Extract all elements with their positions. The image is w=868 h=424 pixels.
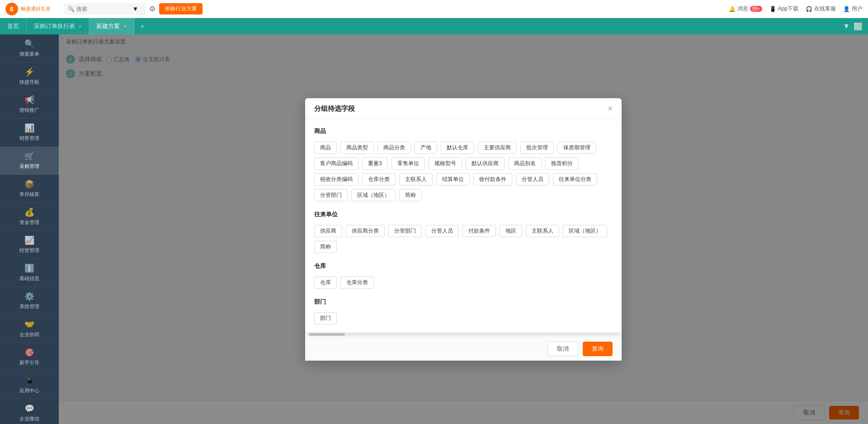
tab-home-label: 首页 xyxy=(7,22,19,30)
field-tag-product-11[interactable]: 规格型号 xyxy=(429,157,462,170)
sidebar-item-finance[interactable]: 💰 资金管理 xyxy=(0,203,59,231)
field-tag-product-15[interactable]: 税收分类编码 xyxy=(314,173,359,186)
tab-purchase-exec[interactable]: 采购订单执行表 × xyxy=(27,18,89,34)
tab-purchase-exec-close[interactable]: × xyxy=(79,24,81,29)
tab-home[interactable]: 首页 xyxy=(0,18,27,34)
top-header: 6 畅捷通好生意 🔍 ▼ ⚙ 体验行业方案 🔔 消息 99+ 📱 App下载 🎧… xyxy=(0,0,868,18)
field-tag-product-4[interactable]: 默认仓库 xyxy=(441,142,474,154)
inventory-icon: 📦 xyxy=(24,179,34,189)
field-tag-product-9[interactable]: 重量3 xyxy=(362,157,388,170)
field-tag-product-6[interactable]: 批次管理 xyxy=(520,142,554,154)
sidebar-item-search[interactable]: 🔍 搜索菜单 xyxy=(0,34,59,62)
field-tag-product-13[interactable]: 商品别名 xyxy=(508,157,542,170)
message-icon: 🔔 xyxy=(729,6,736,12)
modal-cancel-btn[interactable]: 取消 xyxy=(547,342,578,356)
sidebar-item-system-label: 系统管理 xyxy=(19,303,39,310)
field-tag-warehouse-0[interactable]: 仓库 xyxy=(314,276,337,289)
message-label: 消息 xyxy=(737,5,748,13)
tab-new-plan[interactable]: 新建方案 × xyxy=(89,18,134,34)
sidebar-item-inventory[interactable]: 📦 库存核算 xyxy=(0,175,59,203)
finance-icon: 💰 xyxy=(24,207,34,217)
app-icon: 📱 xyxy=(769,6,776,12)
sidebar-item-quicknav[interactable]: ⚡ 快捷导航 xyxy=(0,62,59,91)
experience-btn[interactable]: 体验行业方案 xyxy=(159,3,203,14)
nav-collapse-icon[interactable]: ▼ xyxy=(843,22,850,30)
field-tag-partner-6[interactable]: 主联系人 xyxy=(526,225,559,237)
field-tag-partner-7[interactable]: 区域（地区） xyxy=(563,225,607,237)
sidebar-item-appstore[interactable]: 📱 应用中心 xyxy=(0,371,59,399)
field-tag-product-21[interactable]: 往来单位分类 xyxy=(553,173,597,186)
sidebar-item-collab-label: 企业协同 xyxy=(19,331,39,338)
field-tag-product-7[interactable]: 保质期管理 xyxy=(557,142,596,154)
modal-scrollbar[interactable] xyxy=(305,332,622,337)
modal-dialog: 分组待选字段 × 商品 商品 商品类型 商品分类 产地 默认仓库 主要供应商 xyxy=(305,98,622,361)
sidebar-item-operations[interactable]: 📈 经营管理 xyxy=(0,231,59,259)
field-tag-partner-1[interactable]: 供应商分类 xyxy=(346,225,385,237)
sidebar-item-system[interactable]: ⚙️ 系统管理 xyxy=(0,287,59,315)
tab-purchase-exec-label: 采购订单执行表 xyxy=(34,22,75,30)
sidebar-item-purchase[interactable]: 🛒 采购管理 xyxy=(0,147,59,175)
purchase-icon: 🛒 xyxy=(24,151,34,161)
field-tag-partner-3[interactable]: 分管人员 xyxy=(425,225,459,237)
modal-confirm-btn[interactable]: 查询 xyxy=(583,342,613,356)
field-tag-product-19[interactable]: 收付款条件 xyxy=(473,173,512,186)
header-right: 🔔 消息 99+ 📱 App下载 🎧 在线客服 👤 用户 xyxy=(729,5,863,13)
field-tag-product-12[interactable]: 默认供应商 xyxy=(466,157,505,170)
appstore-icon: 📱 xyxy=(24,376,34,386)
sidebar-item-guide[interactable]: 🎯 新手引导 xyxy=(0,343,59,371)
sidebar-item-basic-info[interactable]: ℹ️ 基础信息 xyxy=(0,259,59,287)
field-tag-product-2[interactable]: 商品分类 xyxy=(377,142,411,154)
settings-icon[interactable]: ⚙ xyxy=(149,5,156,13)
tab-new-plan-close[interactable]: × xyxy=(123,24,126,29)
sidebar-item-quicknav-label: 快捷导航 xyxy=(19,79,39,86)
field-tag-warehouse-1[interactable]: 仓库分类 xyxy=(340,276,374,289)
message-area[interactable]: 🔔 消息 99+ xyxy=(729,5,762,13)
field-tag-product-20[interactable]: 分管人员 xyxy=(516,173,549,186)
sidebar-item-sales-label: 销售管理 xyxy=(19,135,39,142)
field-tag-product-16[interactable]: 仓库分类 xyxy=(362,173,396,186)
section-department-title: 部门 xyxy=(314,298,613,308)
collab-icon: 🤝 xyxy=(24,319,34,329)
modal-overlay: 分组待选字段 × 商品 商品 商品类型 商品分类 产地 默认仓库 主要供应商 xyxy=(59,34,868,424)
nav-expand-icon[interactable]: ⬜ xyxy=(854,22,863,31)
field-tag-product-10[interactable]: 零售单位 xyxy=(392,157,425,170)
field-tag-partner-2[interactable]: 分管部门 xyxy=(388,225,422,237)
field-tag-product-8[interactable]: 客户商品编码 xyxy=(314,157,359,170)
field-tag-product-0[interactable]: 商品 xyxy=(314,142,337,154)
modal-title: 分组待选字段 xyxy=(314,105,355,113)
field-tag-product-17[interactable]: 主联系人 xyxy=(399,173,433,186)
field-tag-product-3[interactable]: 产地 xyxy=(415,142,437,154)
online-service-area[interactable]: 🎧 在线客服 xyxy=(806,5,836,13)
sidebar-item-operations-label: 经营管理 xyxy=(19,247,39,254)
field-tag-product-14[interactable]: 拣货积分 xyxy=(545,157,579,170)
field-tag-dept-0[interactable]: 部门 xyxy=(314,312,337,324)
field-tag-product-24[interactable]: 简称 xyxy=(399,189,422,201)
sidebar-item-sales[interactable]: 📊 销售管理 xyxy=(0,119,59,147)
app-download-area[interactable]: 📱 App下载 xyxy=(769,5,798,13)
product-field-tags: 商品 商品类型 商品分类 产地 默认仓库 主要供应商 批次管理 保质期管理 客户… xyxy=(314,142,613,201)
user-area[interactable]: 👤 用户 xyxy=(843,5,863,13)
search-box[interactable]: 🔍 ▼ xyxy=(64,3,146,15)
message-badge: 99+ xyxy=(750,6,762,12)
wechat-icon: 💬 xyxy=(24,404,34,414)
field-tag-partner-8[interactable]: 简称 xyxy=(314,241,337,253)
modal-body[interactable]: 商品 商品 商品类型 商品分类 产地 默认仓库 主要供应商 批次管理 保质期管理… xyxy=(305,120,622,332)
field-tag-product-23[interactable]: 区域（地区） xyxy=(351,189,396,201)
field-tag-partner-5[interactable]: 地区 xyxy=(500,225,522,237)
field-tag-product-1[interactable]: 商品类型 xyxy=(340,142,374,154)
field-tag-partner-0[interactable]: 供应商 xyxy=(314,225,342,237)
logo-area: 6 畅捷通好生意 xyxy=(5,3,64,15)
field-tag-product-22[interactable]: 分管部门 xyxy=(314,189,348,201)
sidebar-item-marketing[interactable]: 📢 营销推广 xyxy=(0,91,59,119)
search-input[interactable] xyxy=(76,6,131,12)
tab-add-btn[interactable]: ＋ xyxy=(134,22,151,31)
field-tag-product-18[interactable]: 结算单位 xyxy=(436,173,470,186)
sidebar-item-wechat[interactable]: 💬 企业微信 xyxy=(0,399,59,424)
modal-close-btn[interactable]: × xyxy=(608,105,613,113)
partner-field-tags: 供应商 供应商分类 分管部门 分管人员 付款条件 地区 主联系人 区域（地区） … xyxy=(314,225,613,253)
field-tag-partner-4[interactable]: 付款条件 xyxy=(462,225,496,237)
section-department: 部门 部门 xyxy=(314,298,613,324)
sidebar-item-guide-label: 新手引导 xyxy=(19,359,39,366)
field-tag-product-5[interactable]: 主要供应商 xyxy=(478,142,517,154)
sidebar-item-collab[interactable]: 🤝 企业协同 xyxy=(0,315,59,343)
